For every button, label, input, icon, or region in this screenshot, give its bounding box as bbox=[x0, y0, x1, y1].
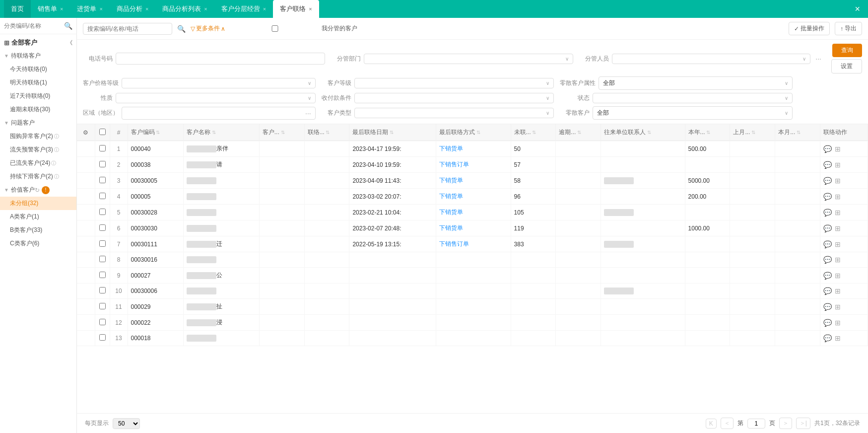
row-checkbox[interactable] bbox=[99, 209, 106, 215]
chat-icon[interactable]: 💬 bbox=[823, 272, 832, 280]
my-customers-checkbox[interactable]: 我分管的客户 bbox=[230, 24, 357, 33]
sidebar-item-today[interactable]: 今天待联络(0) bbox=[0, 63, 76, 76]
grid-action-icon[interactable]: ⊞ bbox=[835, 240, 841, 248]
sidebar-item-class-a[interactable]: A类客户(1) bbox=[0, 210, 76, 223]
nav-purchase-close[interactable]: × bbox=[99, 6, 102, 12]
collapse-arrow[interactable]: 《 bbox=[67, 39, 72, 47]
col-month[interactable]: 本月... bbox=[775, 124, 820, 141]
close-all-btn[interactable]: × bbox=[851, 4, 864, 14]
price-level-select[interactable]: ∨ bbox=[122, 78, 316, 88]
nav-home[interactable]: 首页 bbox=[4, 0, 31, 18]
row-checkbox[interactable] bbox=[99, 145, 106, 151]
row-check[interactable] bbox=[95, 315, 110, 331]
chat-icon[interactable]: 💬 bbox=[823, 319, 832, 327]
row-checkbox[interactable] bbox=[99, 224, 106, 231]
grid-action-icon[interactable]: ⊞ bbox=[835, 209, 841, 216]
chat-icon[interactable]: 💬 bbox=[823, 145, 832, 153]
col-year-amt[interactable]: 本年... bbox=[685, 124, 730, 141]
chat-icon[interactable]: 💬 bbox=[823, 177, 832, 185]
col-name[interactable]: 客户名称 bbox=[184, 124, 259, 141]
sidebar-search-icon[interactable]: 🔍 bbox=[64, 22, 72, 30]
region-dots[interactable]: ··· bbox=[305, 109, 311, 117]
sidebar-group-problem[interactable]: ▼ 问题客户 bbox=[0, 116, 76, 130]
grid-action-icon[interactable]: ⊞ bbox=[835, 272, 841, 280]
row-checkbox[interactable] bbox=[99, 272, 106, 278]
row-check[interactable] bbox=[95, 299, 110, 315]
grid-action-icon[interactable]: ⊞ bbox=[835, 334, 841, 342]
col-contact[interactable]: 联络... bbox=[304, 124, 349, 141]
chat-icon[interactable]: 💬 bbox=[823, 240, 832, 248]
row-checkbox[interactable] bbox=[99, 303, 106, 309]
manager-dots[interactable]: ··· bbox=[815, 55, 821, 63]
col-last-method[interactable]: 最后联络方式 bbox=[436, 124, 511, 141]
phone-input[interactable] bbox=[116, 53, 325, 65]
grid-action-icon[interactable]: ⊞ bbox=[835, 287, 841, 295]
nav-analysis-list[interactable]: 商品分析列表 × bbox=[155, 0, 214, 18]
row-check[interactable] bbox=[95, 331, 110, 346]
refresh-icon[interactable]: ↻ bbox=[35, 187, 40, 194]
batch-op-btn[interactable]: ✓ 批量操作 bbox=[789, 22, 830, 35]
chat-icon[interactable]: 💬 bbox=[823, 193, 832, 201]
prev-page-btn[interactable]: ＜ bbox=[721, 418, 734, 429]
sidebar-group-value[interactable]: ▼ 价值客户 ↻ ! bbox=[0, 183, 76, 197]
dept-select[interactable]: ∨ bbox=[364, 54, 573, 64]
col-overdue[interactable]: 逾期... bbox=[556, 124, 601, 141]
grid-action-icon[interactable]: ⊞ bbox=[835, 303, 841, 311]
sidebar-item-churned[interactable]: 已流失客户(24) ⓘ bbox=[0, 156, 76, 170]
row-checkbox[interactable] bbox=[99, 319, 106, 325]
last-method-link[interactable]: 下销货单 bbox=[439, 193, 463, 200]
first-page-btn[interactable]: K bbox=[706, 419, 717, 429]
row-checkbox[interactable] bbox=[99, 161, 106, 167]
sidebar-item-abnormal[interactable]: 囤购异常客户(2) ⓘ bbox=[0, 130, 76, 143]
nav-customer-tier[interactable]: 客户分层经营 × bbox=[214, 0, 273, 18]
nav-purchase[interactable]: 进货单 × bbox=[70, 0, 109, 18]
next-page-btn[interactable]: ＞ bbox=[779, 418, 792, 429]
chat-icon[interactable]: 💬 bbox=[823, 161, 832, 169]
query-btn[interactable]: 查询 bbox=[832, 44, 862, 57]
sidebar-group-pending[interactable]: ▼ 待联络客户 bbox=[0, 49, 76, 63]
last-method-link[interactable]: 下销售订单 bbox=[439, 161, 469, 168]
sidebar-item-ungroup[interactable]: 未分组(32) bbox=[0, 197, 76, 210]
nav-sales-close[interactable]: × bbox=[60, 6, 63, 12]
chat-icon[interactable]: 💬 bbox=[823, 224, 832, 232]
manager-select[interactable]: ∨ bbox=[612, 54, 810, 64]
chat-icon[interactable]: 💬 bbox=[823, 209, 832, 216]
grid-action-icon[interactable]: ⊞ bbox=[835, 256, 841, 264]
per-page-select[interactable]: 50 20 100 bbox=[113, 418, 140, 429]
sidebar-item-class-c[interactable]: C类客户(6) bbox=[0, 237, 76, 250]
row-check[interactable] bbox=[95, 157, 110, 173]
col-check-all[interactable] bbox=[95, 124, 110, 141]
retail-cust-select[interactable]: 全部 ∨ bbox=[593, 106, 793, 120]
col-type[interactable]: 客户... bbox=[259, 124, 304, 141]
sidebar-search-input[interactable] bbox=[4, 22, 62, 29]
row-check[interactable] bbox=[95, 189, 110, 205]
last-method-link[interactable]: 下销货单 bbox=[439, 145, 463, 152]
row-check[interactable] bbox=[95, 268, 110, 284]
sidebar-item-churn-warning[interactable]: 流失预警客户(3) ⓘ bbox=[0, 143, 76, 156]
last-page-btn[interactable]: ＞| bbox=[796, 418, 810, 429]
col-last-month[interactable]: 上月... bbox=[730, 124, 775, 141]
grid-action-icon[interactable]: ⊞ bbox=[835, 319, 841, 327]
row-check[interactable] bbox=[95, 141, 110, 157]
last-method-link[interactable]: 下销货单 bbox=[439, 177, 463, 184]
chat-icon[interactable]: 💬 bbox=[823, 303, 832, 311]
nature-select[interactable]: ∨ bbox=[116, 93, 316, 103]
cust-level-select[interactable]: ∨ bbox=[354, 78, 554, 88]
col-gear[interactable]: ⚙ bbox=[77, 124, 95, 141]
sidebar-item-declining[interactable]: 持续下滑客户(2) ⓘ bbox=[0, 170, 76, 183]
grid-action-icon[interactable]: ⊞ bbox=[835, 224, 841, 232]
last-method-link[interactable]: 下销售订单 bbox=[439, 240, 469, 247]
row-check[interactable] bbox=[95, 220, 110, 236]
row-check[interactable] bbox=[95, 236, 110, 252]
row-checkbox[interactable] bbox=[99, 193, 106, 199]
nav-analysis[interactable]: 商品分析 × bbox=[110, 0, 155, 18]
export-btn[interactable]: ↑ 导出 bbox=[835, 22, 862, 35]
region-select[interactable]: ··· bbox=[122, 107, 316, 120]
cust-type-select[interactable]: ∨ bbox=[354, 108, 554, 118]
row-checkbox[interactable] bbox=[99, 177, 106, 183]
nav-customer-contact[interactable]: 客户联络 × bbox=[273, 0, 319, 18]
grid-action-icon[interactable]: ⊞ bbox=[835, 193, 841, 201]
page-input[interactable] bbox=[747, 419, 765, 429]
row-check[interactable] bbox=[95, 284, 110, 299]
grid-action-icon[interactable]: ⊞ bbox=[835, 177, 841, 185]
